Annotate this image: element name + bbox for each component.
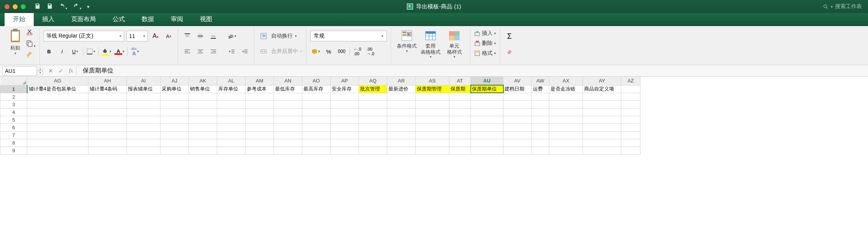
cell-AZ7[interactable] (621, 131, 640, 139)
cell-AO1[interactable]: 最高库存 (302, 85, 331, 93)
cell-AG9[interactable] (27, 146, 88, 154)
wrap-text-button[interactable]: 自动换行 (271, 33, 293, 40)
cell-AH6[interactable] (88, 123, 127, 131)
cell-AG1[interactable]: 辅计量4是否包装单位 (27, 85, 88, 93)
cell-AR1[interactable]: 最新进价 (387, 85, 416, 93)
cell-AU1[interactable]: 保质期单位 (471, 85, 503, 93)
cell-AH4[interactable] (88, 108, 127, 116)
cell-AH5[interactable] (88, 116, 127, 123)
cell-AQ9[interactable] (359, 146, 387, 154)
cell-AI1[interactable]: 报表辅单位 (127, 85, 160, 93)
tab-公式[interactable]: 公式 (104, 12, 133, 26)
cell-AV6[interactable] (503, 123, 532, 131)
cell-AS3[interactable] (416, 100, 449, 108)
cell-AI4[interactable] (127, 108, 160, 116)
cell-AS5[interactable] (416, 116, 449, 123)
cell-AJ7[interactable] (160, 131, 189, 139)
cell-AU7[interactable] (471, 131, 503, 139)
cell-AL6[interactable] (217, 123, 246, 131)
cell-AK3[interactable] (189, 100, 217, 108)
cell-AG7[interactable] (27, 131, 88, 139)
tab-视图[interactable]: 视图 (192, 12, 221, 26)
cell-AY3[interactable] (583, 100, 621, 108)
cell-AX1[interactable]: 是否走冻链 (549, 85, 583, 93)
cell-AL7[interactable] (217, 131, 246, 139)
cell-AQ1[interactable]: 批次管理 (359, 85, 387, 93)
copy-icon[interactable]: ▾ (25, 40, 36, 48)
underline-button[interactable]: U▾ (70, 46, 80, 57)
font-size-select[interactable]: 11▾ (126, 31, 148, 41)
cell-AP3[interactable] (331, 100, 359, 108)
cell-AM9[interactable] (246, 146, 274, 154)
cell-AH8[interactable] (88, 139, 127, 146)
cell-AI9[interactable] (127, 146, 160, 154)
cell-AJ3[interactable] (160, 100, 189, 108)
tab-数据[interactable]: 数据 (133, 12, 162, 26)
cell-AQ2[interactable] (359, 93, 387, 100)
cell-AO2[interactable] (302, 93, 331, 100)
align-bottom-button[interactable] (208, 31, 219, 41)
decrease-indent-button[interactable] (226, 46, 237, 57)
cell-AX5[interactable] (549, 116, 583, 123)
cell-AT1[interactable]: 保质期 (449, 85, 471, 93)
cell-AK7[interactable] (189, 131, 217, 139)
cell-AZ9[interactable] (621, 146, 640, 154)
cell-AQ4[interactable] (359, 108, 387, 116)
cell-AR6[interactable] (387, 123, 416, 131)
number-format-select[interactable]: 常规▾ (310, 31, 387, 41)
cell-AG3[interactable] (27, 100, 88, 108)
align-right-button[interactable] (208, 46, 219, 57)
cell-AG6[interactable] (27, 123, 88, 131)
phonetic-button[interactable]: abcA▾ (130, 46, 141, 57)
cell-AP7[interactable] (331, 131, 359, 139)
cell-AH2[interactable] (88, 93, 127, 100)
align-center-button[interactable] (195, 46, 206, 57)
column-header-AQ[interactable]: AQ (359, 77, 387, 85)
cell-AT6[interactable] (449, 123, 471, 131)
bold-button[interactable]: B (44, 46, 54, 57)
italic-button[interactable]: I (57, 46, 67, 57)
cell-AX4[interactable] (549, 108, 583, 116)
cell-AJ2[interactable] (160, 93, 189, 100)
cell-AW1[interactable]: 运费 (532, 85, 549, 93)
cut-icon[interactable] (25, 28, 36, 37)
increase-indent-button[interactable] (239, 46, 250, 57)
cell-styles-button[interactable]: 单元 格样式▾ (442, 28, 466, 59)
cell-AP8[interactable] (331, 139, 359, 146)
merge-icon[interactable] (258, 46, 269, 57)
cell-AW8[interactable] (532, 139, 549, 146)
cell-AN9[interactable] (274, 146, 302, 154)
cell-AP5[interactable] (331, 116, 359, 123)
tab-插入[interactable]: 插入 (34, 12, 63, 26)
cell-AL4[interactable] (217, 108, 246, 116)
column-header-AO[interactable]: AO (302, 77, 331, 85)
cell-AK5[interactable] (189, 116, 217, 123)
cell-AI3[interactable] (127, 100, 160, 108)
border-button[interactable]: ▾ (85, 46, 96, 57)
cell-AP6[interactable] (331, 123, 359, 131)
decrease-decimal-button[interactable]: .00→.0 (365, 46, 376, 57)
cell-AU9[interactable] (471, 146, 503, 154)
cell-AL2[interactable] (217, 93, 246, 100)
cell-AI2[interactable] (127, 93, 160, 100)
cell-AN5[interactable] (274, 116, 302, 123)
cell-AV3[interactable] (503, 100, 532, 108)
cell-AY4[interactable] (583, 108, 621, 116)
cell-AS4[interactable] (416, 108, 449, 116)
cell-AN4[interactable] (274, 108, 302, 116)
cell-AM2[interactable] (246, 93, 274, 100)
cell-AT9[interactable] (449, 146, 471, 154)
cell-AK8[interactable] (189, 139, 217, 146)
cell-AU3[interactable] (471, 100, 503, 108)
cell-AZ4[interactable] (621, 108, 640, 116)
cell-AM5[interactable] (246, 116, 274, 123)
cell-AW4[interactable] (532, 108, 549, 116)
cell-AJ5[interactable] (160, 116, 189, 123)
paste-button[interactable]: 粘贴 ▾ (7, 28, 24, 59)
cell-AL8[interactable] (217, 139, 246, 146)
cell-AO7[interactable] (302, 131, 331, 139)
row-header-8[interactable]: 8 (0, 139, 27, 146)
cell-AG8[interactable] (27, 139, 88, 146)
qat-redo-icon[interactable]: ▾ (73, 3, 82, 11)
cell-AT7[interactable] (449, 131, 471, 139)
